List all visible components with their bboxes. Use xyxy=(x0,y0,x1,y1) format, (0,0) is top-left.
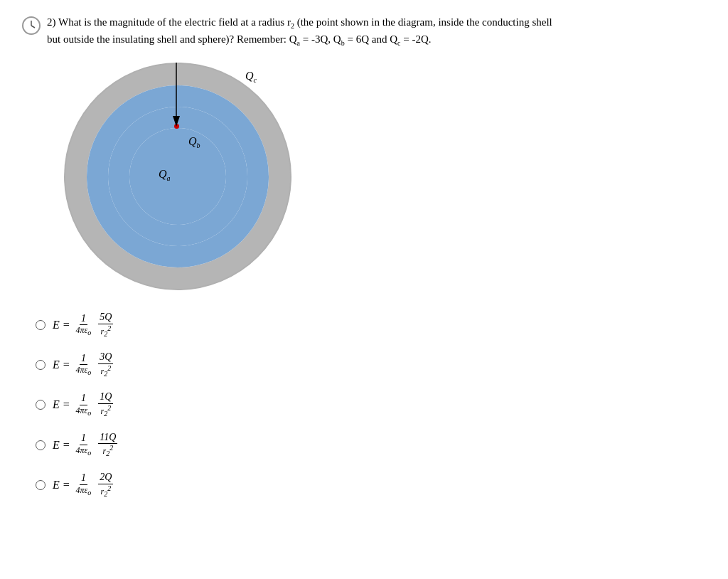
answer-choice-2[interactable]: E = 1 4πεo 3Q r22 xyxy=(36,351,707,378)
formula-1: E = 1 4πεo 5Q r22 xyxy=(53,312,114,339)
answer-choice-1[interactable]: E = 1 4πεo 5Q r22 xyxy=(36,312,707,339)
fraction-charge-4: 11Q r22 xyxy=(98,432,117,459)
diagram: Qa Qb Qc xyxy=(64,63,291,290)
qa-label: Qa xyxy=(159,168,171,182)
diagram-container: Qa Qb Qc xyxy=(21,63,707,290)
question-number: 2) xyxy=(47,16,56,28)
radio-3[interactable] xyxy=(36,400,46,410)
formula-3: E = 1 4πεo 1Q r22 xyxy=(53,391,114,418)
and-text: and xyxy=(372,33,387,45)
radio-5[interactable] xyxy=(36,480,46,490)
fraction-coeff-2: 1 4πεo xyxy=(75,353,93,378)
fraction-coeff-1: 1 4πεo xyxy=(75,313,93,338)
question-text-part3: but outside the insulating shell and sph… xyxy=(47,33,297,45)
formula-2: E = 1 4πεo 3Q r22 xyxy=(53,351,114,378)
radio-1[interactable] xyxy=(36,320,46,330)
fraction-coeff-4: 1 4πεo xyxy=(75,432,93,457)
fraction-charge-5: 2Q r22 xyxy=(98,472,113,499)
question-text-part2: (the point shown in the diagram, inside … xyxy=(297,16,552,28)
clock-icon xyxy=(21,16,41,36)
fraction-coeff-3: 1 4πεo xyxy=(75,393,93,418)
answers-container: E = 1 4πεo 5Q r22 E = 1 4πεo 3Q r22 xyxy=(21,312,707,499)
fraction-charge-1: 5Q r22 xyxy=(98,312,113,339)
qb-label: Qb xyxy=(188,135,200,149)
question-text-part1: What is the magnitude of the electric fi… xyxy=(58,16,291,28)
svg-point-9 xyxy=(129,128,226,225)
arrow-svg xyxy=(164,63,206,134)
formula-4: E = 1 4πεo 11Q r22 xyxy=(53,432,119,459)
radio-2[interactable] xyxy=(36,360,46,370)
fraction-coeff-5: 1 4πεo xyxy=(75,472,93,497)
question-text: 2) What is the magnitude of the electric… xyxy=(47,14,552,48)
formula-5: E = 1 4πεo 2Q r22 xyxy=(53,472,114,499)
r-subscript: 2 xyxy=(291,22,294,30)
fraction-charge-2: 3Q r22 xyxy=(98,351,113,378)
answer-choice-4[interactable]: E = 1 4πεo 11Q r22 xyxy=(36,432,707,459)
qc-label: Qc xyxy=(245,70,257,84)
question-header: 2) What is the magnitude of the electric… xyxy=(21,14,707,48)
fraction-charge-3: 1Q r22 xyxy=(98,391,113,418)
svg-marker-11 xyxy=(173,116,180,127)
radio-4[interactable] xyxy=(36,440,46,450)
answer-choice-5[interactable]: E = 1 4πεo 2Q r22 xyxy=(36,472,707,499)
answer-choice-3[interactable]: E = 1 4πεo 1Q r22 xyxy=(36,391,707,418)
